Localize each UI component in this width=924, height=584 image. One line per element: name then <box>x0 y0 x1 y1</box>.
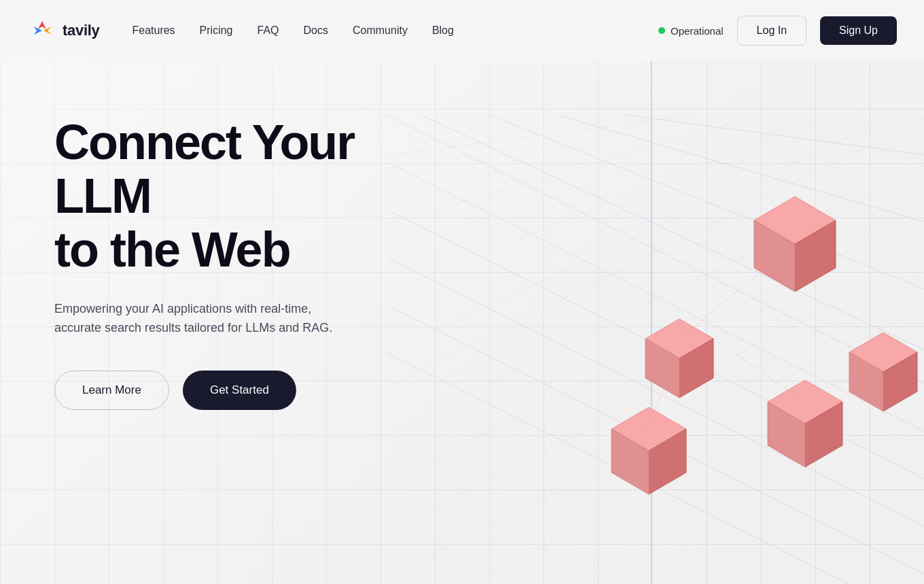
hero-subtitle: Empowering your AI applications with rea… <box>54 299 353 339</box>
nav-item-pricing[interactable]: Pricing <box>200 24 233 37</box>
nav-item-features[interactable]: Features <box>132 24 175 37</box>
login-button[interactable]: Log In <box>737 16 806 46</box>
nav-left: tavily Features Pricing FAQ Docs Communi… <box>27 16 454 46</box>
nav-item-community[interactable]: Community <box>353 24 408 37</box>
hero-buttons: Learn More Get Started <box>54 371 408 410</box>
get-started-button[interactable]: Get Started <box>183 371 296 410</box>
hero-title-line1: Connect Your LLM <box>54 115 354 223</box>
hero-title-line2: to the Web <box>54 222 290 277</box>
status-dot <box>658 27 665 34</box>
svg-line-6 <box>421 115 924 353</box>
nav-item-blog[interactable]: Blog <box>432 24 454 37</box>
learn-more-button[interactable]: Learn More <box>54 371 169 410</box>
nav-item-faq[interactable]: FAQ <box>257 24 279 37</box>
svg-line-4 <box>387 162 924 434</box>
svg-line-9 <box>625 115 924 156</box>
signup-button[interactable]: Sign Up <box>820 16 897 45</box>
nav-links: Features Pricing FAQ Docs Community Blog <box>132 24 453 37</box>
navbar: tavily Features Pricing FAQ Docs Communi… <box>0 0 924 61</box>
svg-line-8 <box>557 115 924 224</box>
nav-right: Operational Log In Sign Up <box>658 16 897 46</box>
nav-item-docs[interactable]: Docs <box>304 24 328 37</box>
status-label: Operational <box>671 25 724 37</box>
logo-link[interactable]: tavily <box>27 16 99 46</box>
hero-content: Connect Your LLM to the Web Empowering y… <box>0 61 462 410</box>
svg-line-36 <box>679 244 795 339</box>
iso-scene <box>387 115 924 584</box>
logo-text: tavily <box>63 22 99 39</box>
svg-line-7 <box>489 115 924 292</box>
logo-icon <box>27 16 57 46</box>
svg-line-15 <box>387 162 924 434</box>
hero-title: Connect Your LLM to the Web <box>54 116 408 277</box>
status-badge: Operational <box>658 25 724 37</box>
